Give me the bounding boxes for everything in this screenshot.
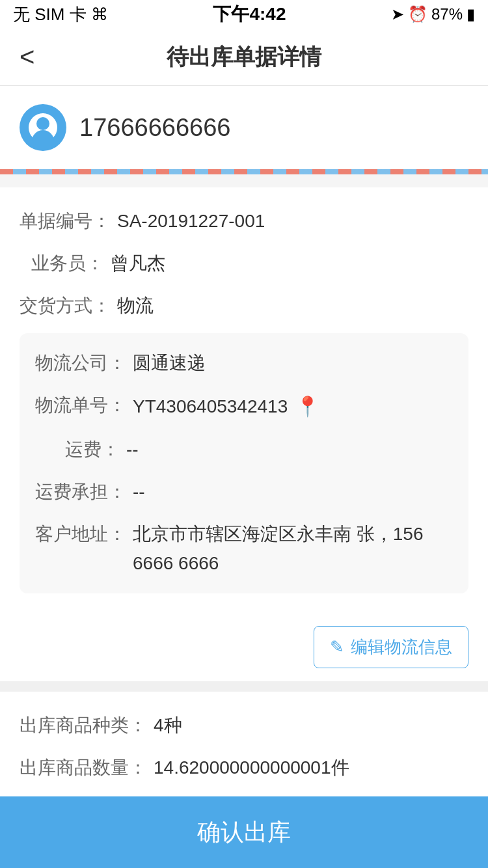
- product-qty-row: 出库商品数量： 14.620000000000001件: [20, 753, 468, 783]
- logistics-company-row: 物流公司： 圆通速递: [35, 349, 453, 378]
- status-bar: 无 SIM 卡 ⌘ 下午4:42 ➤ ⏰ 87% ▮: [0, 0, 488, 29]
- tracking-no-row: 物流单号： YT43064053424​13 📍: [35, 391, 453, 422]
- product-section: 出库商品种类： 4种 出库商品数量： 14.620000000000001件: [0, 692, 488, 802]
- avatar: [20, 104, 66, 151]
- logistics-company-label: 物流公司：: [35, 349, 133, 378]
- dashed-divider: [0, 169, 488, 174]
- status-left: 无 SIM 卡 ⌘: [13, 3, 108, 26]
- freight-row: 运费： --: [35, 435, 453, 465]
- delivery-label: 交货方式：: [20, 292, 117, 321]
- page-title: 待出库单据详情: [167, 42, 321, 72]
- back-icon: <: [20, 42, 34, 71]
- edit-logistics-label: 编辑物流信息: [351, 636, 452, 658]
- status-right: ➤ ⏰ 87% ▮: [391, 5, 475, 23]
- map-pin-icon[interactable]: 📍: [295, 391, 319, 422]
- wifi-icon: ⌘: [91, 5, 108, 24]
- page-content: 17666666666 单据编号： SA-20191227-001 业务员： 曾…: [0, 86, 488, 868]
- order-no-label: 单据编号：: [20, 207, 117, 236]
- status-time: 下午4:42: [213, 2, 286, 27]
- address-row: 客户地址： 北京市市辖区海淀区永丰南 张，156 6666 6666: [35, 520, 453, 578]
- freight-bearer-value: --: [133, 478, 453, 507]
- salesperson-value: 曾凡杰: [111, 249, 468, 278]
- address-label: 客户地址：: [35, 520, 133, 549]
- confirm-outbound-bar[interactable]: 确认出库: [0, 796, 488, 868]
- section-divider: [0, 681, 488, 692]
- nav-bar: < 待出库单据详情: [0, 29, 488, 86]
- freight-bearer-row: 运费承担： --: [35, 478, 453, 507]
- salesperson-row: 业务员： 曾凡杰: [20, 249, 468, 278]
- battery-percent: 87%: [431, 5, 463, 23]
- edit-logistics-button[interactable]: ✎ 编辑物流信息: [314, 626, 468, 668]
- battery-icon: ▮: [467, 5, 475, 23]
- logistics-company-value: 圆通速递: [133, 349, 453, 378]
- location-status-icon: ➤: [391, 5, 404, 23]
- customer-phone: 17666666666: [79, 114, 230, 142]
- avatar-icon: [29, 113, 57, 142]
- back-button[interactable]: <: [20, 42, 34, 72]
- tracking-no-value: YT43064053424​13 📍: [133, 391, 453, 422]
- product-qty-label: 出库商品数量：: [20, 753, 154, 783]
- salesperson-label: 业务员：: [20, 249, 111, 278]
- delivery-value: 物流: [117, 292, 468, 321]
- delivery-row: 交货方式： 物流: [20, 292, 468, 321]
- basic-info-section: 单据编号： SA-20191227-001 业务员： 曾凡杰 交货方式： 物流 …: [0, 187, 488, 613]
- order-no-row: 单据编号： SA-20191227-001: [20, 207, 468, 236]
- edit-btn-row: ✎ 编辑物流信息: [0, 613, 488, 681]
- confirm-btn-label: 确认出库: [197, 817, 291, 848]
- freight-bearer-label: 运费承担：: [35, 478, 133, 507]
- product-types-label: 出库商品种类：: [20, 711, 154, 740]
- freight-value: --: [126, 435, 453, 465]
- logistics-card: 物流公司： 圆通速递 物流单号： YT43064053424​13 📍 运费： …: [20, 333, 468, 593]
- tracking-no-label: 物流单号：: [35, 391, 133, 420]
- product-qty-value: 14.620000000000001件: [154, 753, 468, 783]
- freight-label: 运费：: [35, 435, 126, 465]
- customer-header: 17666666666: [0, 86, 488, 169]
- address-value: 北京市市辖区海淀区永丰南 张，156 6666 6666: [133, 520, 453, 578]
- sim-text: 无 SIM 卡: [13, 5, 87, 24]
- order-no-value: SA-20191227-001: [117, 207, 468, 236]
- alarm-icon: ⏰: [408, 5, 427, 23]
- product-types-value: 4种: [154, 711, 468, 740]
- product-types-row: 出库商品种类： 4种: [20, 711, 468, 740]
- edit-icon: ✎: [330, 637, 344, 657]
